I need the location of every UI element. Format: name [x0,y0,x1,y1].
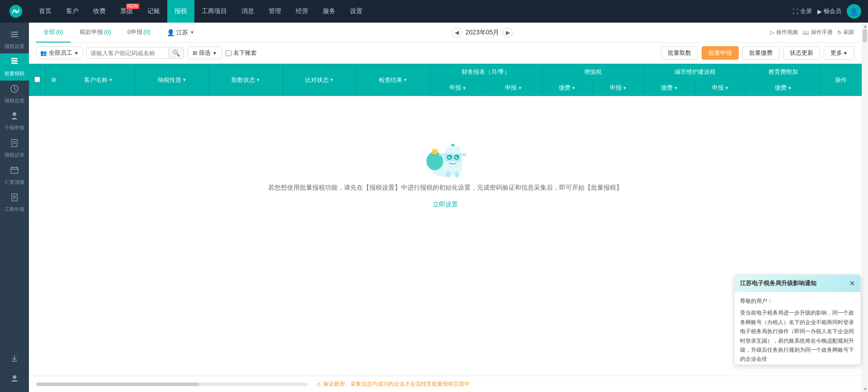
nav-customer[interactable]: 客户 [59,0,86,23]
sidebar-download[interactable] [0,349,29,368]
search-input[interactable] [87,48,168,58]
filter-button[interactable]: ⊞ 筛选 ▼ [188,47,222,59]
nav-manage[interactable]: 管理 [261,0,288,23]
svg-point-9 [13,112,16,116]
scroll-up-arrow[interactable]: ▲ [862,23,868,29]
batch-pay-button[interactable]: 批量缴费 [742,46,779,60]
horizontal-scrollbar[interactable] [36,382,307,386]
nav-service[interactable]: 服务 [316,0,343,23]
filter-icon-3: ▼ [256,77,260,82]
nav-message[interactable]: 消息 [234,0,261,23]
sidebar-item-annual-report[interactable]: 工商年报 [0,189,29,216]
th-customer-name-filter[interactable]: 客户名称 ▼ [84,76,113,84]
sidebar-user[interactable] [0,369,29,387]
employee-icon: 👥 [40,50,47,56]
tab-all[interactable]: 全部 (0) [36,23,71,43]
th-vat-pay: 缴费 ▼ [542,80,593,96]
nav-invoice[interactable]: 票据 NEW [113,0,140,23]
personal-tax-icon [10,111,19,123]
nav-tax[interactable]: 报税 [167,0,194,23]
search-box: 🔍 [86,47,184,59]
th-tax-type-filter[interactable]: 纳税性质 ▼ [158,76,187,84]
member-button[interactable]: ▶ 畅会员 [817,7,841,15]
notice-body: 尊敬的用户： 受当前电子税务局进一步升级的影响，同一个政务网账号（办税人）名下的… [735,292,860,364]
tabs-bar: 全部 (0) 税款申报 (0) 0申报 (0) 👤 江苏 ▼ ◀ 2023年05… [29,23,862,43]
th-checkbox[interactable] [29,64,46,96]
th-compare-status-filter[interactable]: 比对状态 ▼ [305,76,334,84]
current-month: 2023年05月 [466,29,500,37]
scroll-down-arrow[interactable]: ▼ [862,386,868,392]
top-navigation: 首页 客户 收费 票据 NEW 记账 报税 工商项目 消息 管理 经营 服务 设… [0,0,868,23]
search-button[interactable]: 🔍 [168,48,184,58]
operation-video-button[interactable]: ▷ 操作视频 [770,29,798,36]
th-edu-pay: 缴费 ▼ [746,80,821,96]
th-check-result-filter[interactable]: 检查结果 ▼ [379,76,408,84]
nav-operation[interactable]: 经营 [288,0,316,23]
refresh-button[interactable]: ↻ 刷新 [837,29,854,36]
scrollbar-thumb [36,382,199,386]
nav-items: 首页 客户 收费 票据 NEW 记账 报税 工商项目 消息 管理 经营 服务 设… [32,0,793,23]
filter-icon-10: ▼ [674,86,678,91]
tab-tax-declare[interactable]: 税款申报 (0) [72,23,118,43]
svg-rect-4 [11,36,18,37]
batch-declare-button[interactable]: 批量申报 [702,46,739,60]
th-financial-report: 财务报表（月/季） [430,64,542,80]
empty-state: 若您想使用批量报税功能，请先在【报税设置】中进行报税的初始化设置，完成密码验证和… [29,96,862,236]
logo[interactable] [5,0,27,23]
avatar-icon: 👤 [849,7,859,16]
top-nav-right: ⛶ 全屏 ▶ 畅会员 👤 [793,4,861,19]
operation-manual-button[interactable]: 📖 操作手册 [802,29,833,36]
checkbox-sub-accounts[interactable]: 名下账套 [226,49,257,57]
select-all-checkbox[interactable] [34,76,40,82]
robot-illustration [416,123,475,182]
sidebar-bottom [0,349,29,392]
sidebar-item-personal-tax[interactable]: 个税申报 [0,108,29,135]
svg-rect-37 [461,153,466,156]
notice-panel: 江苏电子税务局升级影响通知 ✕ 尊敬的用户： 受当前电子税务局进一步升级的影响，… [734,274,861,365]
batch-tax-icon [10,57,19,68]
more-chevron-icon: ▼ [843,51,848,56]
filter-icon-8: ▼ [571,86,576,91]
filter-chevron-icon: ▼ [212,51,217,56]
sidebar-item-tax-settings[interactable]: 报税设置 [0,26,29,53]
th-settings[interactable]: ⚙ [46,64,62,96]
filter-icon-7: ▼ [518,86,522,91]
refresh-icon: ↻ [837,29,842,36]
notice-close-button[interactable]: ✕ [849,280,855,287]
svg-rect-6 [11,60,18,62]
setup-link[interactable]: 立即设置 [433,201,458,209]
nav-business[interactable]: 工商项目 [194,0,234,23]
filter-icon-11: ▼ [725,86,729,91]
batch-fetch-button[interactable]: 批量取数 [661,46,698,60]
nav-bookkeeping[interactable]: 记账 [140,0,167,23]
prev-month-button[interactable]: ◀ [452,28,462,38]
fullscreen-button[interactable]: ⛶ 全屏 [793,7,812,15]
tab-zero-declare[interactable]: 0申报 (0) [120,23,158,43]
sidebar-item-overview[interactable]: 报税总览 [0,81,29,108]
nav-settings[interactable]: 设置 [343,0,370,23]
sidebar-item-tax-records[interactable]: 报税记录 [0,135,29,162]
scroll-track[interactable] [862,29,868,386]
sidebar-item-annual-clear[interactable]: 汇算清缴 [0,162,29,189]
filter-icon-5: ▼ [403,77,408,82]
sidebar-item-batch-tax[interactable]: 批量报税 [0,53,29,81]
th-fetch-status-filter[interactable]: 取数状态 ▼ [231,76,260,84]
person-icon: 👤 [167,29,175,36]
avatar[interactable]: 👤 [847,4,861,19]
province-selector[interactable]: 👤 江苏 ▼ [167,29,194,37]
nav-home[interactable]: 首页 [32,0,59,23]
right-scrollbar[interactable]: ▲ ▼ [862,23,868,392]
svg-rect-38 [446,172,450,177]
annual-report-icon [10,193,19,204]
next-month-button[interactable]: ▶ [503,28,513,38]
th-education-tax: 教育费附加 [746,64,821,80]
filter-icon-2: ▼ [182,77,187,82]
status-update-button[interactable]: 状态更新 [783,46,820,60]
fullscreen-icon: ⛶ [793,8,798,15]
more-button[interactable]: 更多 ▼ [824,46,854,60]
filter-icon-4: ▼ [330,77,334,82]
employee-select[interactable]: 👥 全部员工 ▼ [36,47,83,59]
annual-clear-icon [10,166,19,177]
nav-billing[interactable]: 收费 [86,0,113,23]
sub-accounts-checkbox[interactable] [226,50,231,56]
